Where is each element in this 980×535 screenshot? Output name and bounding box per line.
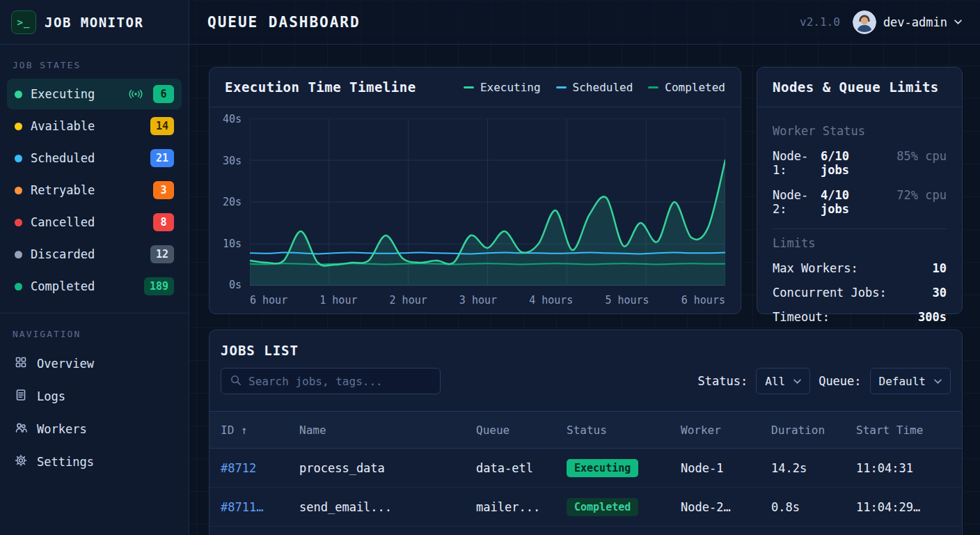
state-count-badge: 12 xyxy=(150,245,174,263)
sidebar-state-item[interactable]: Scheduled 21 xyxy=(7,143,182,173)
nav-label: Workers xyxy=(37,422,87,436)
x-tick-label: 2 hour xyxy=(390,294,427,307)
status-filter-label: Status: xyxy=(698,374,748,388)
broadcast-icon xyxy=(128,89,143,99)
worker-status-heading: Worker Status xyxy=(773,124,947,138)
y-axis-labels: 40s30s20s10s0s xyxy=(221,113,250,291)
top-header: QUEUE DASHBOARD v2.1.0 dev-admin xyxy=(189,0,980,45)
chevron-down-icon xyxy=(954,20,962,24)
column-header[interactable]: Start Time xyxy=(856,424,962,437)
state-label: Available xyxy=(31,119,142,133)
state-label: Completed xyxy=(31,279,136,293)
column-header[interactable]: Worker xyxy=(681,424,771,437)
legend-item[interactable]: Completed xyxy=(648,81,725,94)
job-start-time: 11:04:29… xyxy=(856,500,962,514)
divider xyxy=(773,228,947,229)
main-content: Execution Time Timeline Executing xyxy=(189,45,980,535)
table-row[interactable]: #8711… send_email... mailer... Completed… xyxy=(210,488,962,527)
limit-value: 300s xyxy=(918,310,947,324)
job-start-time: 11:04:31 xyxy=(856,461,962,475)
legend-dash xyxy=(464,86,474,88)
search-input[interactable] xyxy=(248,375,432,388)
app-title: JOB MONITOR xyxy=(45,15,143,30)
state-dot xyxy=(15,219,22,226)
state-count-badge: 14 xyxy=(150,117,174,135)
worker-cpu: 85% cpu xyxy=(883,149,947,163)
timeline-chart-svg xyxy=(250,118,725,286)
state-label: Executing xyxy=(31,87,120,101)
job-duration: 0.8s xyxy=(771,500,856,514)
sidebar-state-item[interactable]: Executing 6 xyxy=(7,79,182,109)
column-header[interactable]: ID ↑ xyxy=(221,424,299,437)
limit-label: Timeout: xyxy=(773,310,830,324)
x-tick-label: 6 hour xyxy=(250,294,287,307)
state-count-badge: 189 xyxy=(144,277,174,295)
status-badge: Executing xyxy=(567,459,638,477)
status-filter-value: All xyxy=(765,375,785,388)
jobs-list-card: JOBS LIST Status: xyxy=(209,329,963,535)
worker-jobs: 4/10 jobs xyxy=(821,188,883,216)
job-states-heading: JOB STATES xyxy=(0,45,189,77)
sidebar-item-settings[interactable]: Settings xyxy=(7,447,182,477)
column-header[interactable]: Status xyxy=(567,424,681,437)
queue-filter-value: Default xyxy=(879,375,926,388)
worker-name: Node-1: xyxy=(773,149,821,177)
sidebar-state-item[interactable]: Completed 189 xyxy=(7,271,182,302)
limit-value: 10 xyxy=(933,261,947,275)
app-root: >_ JOB MONITOR JOB STATES Executing xyxy=(0,0,980,535)
legend-item[interactable]: Scheduled xyxy=(556,81,633,94)
job-id-link[interactable]: #8711… xyxy=(221,500,299,514)
worker-status-row: Node-1: 6/10 jobs 85% cpu xyxy=(773,149,947,177)
y-tick-label: 10s xyxy=(223,238,242,250)
chart-legend: Executing Scheduled Complete xyxy=(464,81,725,94)
user-menu[interactable]: dev-admin xyxy=(853,10,962,34)
terminal-icon: >_ xyxy=(11,10,36,34)
state-label: Scheduled xyxy=(31,151,142,165)
column-header[interactable]: Duration xyxy=(771,424,856,437)
chevron-down-icon xyxy=(934,379,942,384)
table-row[interactable]: #8710 process_data mailer Scheduled Node… xyxy=(210,527,962,535)
worker-jobs: 6/10 jobs xyxy=(821,149,883,177)
sidebar: >_ JOB MONITOR JOB STATES Executing xyxy=(0,0,189,535)
app-logo: >_ JOB MONITOR xyxy=(0,0,189,45)
status-badge: Completed xyxy=(567,498,638,516)
state-count-badge: 3 xyxy=(153,181,174,199)
x-axis-labels: 6 hour1 hour2 hour3 hour4 hours5 hours6 … xyxy=(250,286,725,307)
sidebar-state-item[interactable]: Available 14 xyxy=(7,111,182,141)
column-header[interactable]: Queue xyxy=(476,424,567,437)
legend-item[interactable]: Executing xyxy=(464,81,541,94)
sidebar-state-item[interactable]: Cancelled 8 xyxy=(7,207,182,238)
workers-icon xyxy=(15,421,27,437)
navigation-section: NAVIGATION Overview xyxy=(0,313,189,479)
sidebar-item-workers[interactable]: Workers xyxy=(7,414,182,444)
chevron-down-icon xyxy=(793,379,801,384)
queue-filter-select[interactable]: Default xyxy=(870,368,951,394)
jobs-table-header: ID ↑NameQueueStatusWorkerDurationStart T… xyxy=(210,411,962,449)
worker-cpu: 72% cpu xyxy=(883,188,947,202)
status-filter-select[interactable]: All xyxy=(756,368,810,394)
timeline-title: Execution Time Timeline xyxy=(225,79,416,95)
column-header[interactable]: Name xyxy=(299,424,476,437)
limit-value: 30 xyxy=(933,286,947,300)
x-tick-label: 6 hours xyxy=(681,294,725,307)
state-dot xyxy=(15,155,22,162)
limit-row: Timeout: 300s xyxy=(773,310,947,324)
search-box[interactable] xyxy=(221,368,441,394)
x-tick-label: 5 hours xyxy=(605,294,649,307)
search-icon xyxy=(230,374,242,389)
sidebar-item-overview[interactable]: Overview xyxy=(7,348,182,379)
nodes-card-title: Nodes & Queue Limits xyxy=(773,79,939,95)
legend-label: Completed xyxy=(665,81,725,94)
job-queue: data-etl xyxy=(476,461,567,475)
job-id-link[interactable]: #8712 xyxy=(221,461,299,475)
job-worker: Node-1 xyxy=(681,461,771,475)
version-label: v2.1.0 xyxy=(800,15,840,29)
legend-label: Executing xyxy=(480,81,541,94)
navigation-heading: NAVIGATION xyxy=(0,313,189,346)
nav-label: Settings xyxy=(37,455,94,469)
sidebar-state-item[interactable]: Discarded 12 xyxy=(7,239,182,270)
sidebar-item-logs[interactable]: Logs xyxy=(7,381,182,412)
settings-gear-icon xyxy=(15,454,27,470)
sidebar-state-item[interactable]: Retryable 3 xyxy=(7,175,182,206)
table-row[interactable]: #8712 process_data data-etl Executing No… xyxy=(210,449,962,488)
